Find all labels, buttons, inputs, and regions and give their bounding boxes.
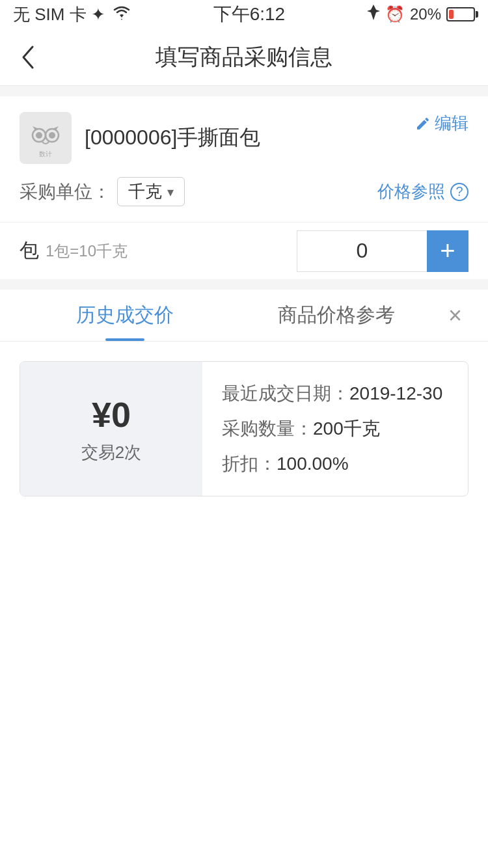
recent-date-row: 最近成交日期： 2019-12-30 xyxy=(222,381,448,406)
tabs-header: 历史成交价 商品价格参考 × xyxy=(0,290,488,342)
discount-value: 100.00% xyxy=(277,454,349,474)
price-left-panel: ¥0 交易2次 xyxy=(20,362,202,496)
page-title: 填写商品采购信息 xyxy=(156,42,332,72)
tab-price-ref-label: 商品价格参考 xyxy=(278,302,395,329)
tab-content: ¥0 交易2次 最近成交日期： 2019-12-30 采购数量： 200千克 折… xyxy=(0,342,488,516)
close-button[interactable]: × xyxy=(442,295,468,336)
qty-conversion: 1包=10千克 xyxy=(46,241,128,262)
status-right: ⏰ 20% xyxy=(367,5,475,24)
owl-logo-icon: 数计 xyxy=(26,118,65,157)
product-left: 数计 [0000006]手撕面包 xyxy=(20,112,260,164)
location-icon xyxy=(367,5,380,24)
wifi-icon xyxy=(112,5,131,25)
currency-symbol: ¥ xyxy=(92,395,111,434)
product-section: 数计 [0000006]手撕面包 编辑 采购单位： 千克 ▾ 价格参照 ? xyxy=(0,96,488,222)
svg-point-2 xyxy=(36,132,42,139)
quantity-plus-button[interactable]: + xyxy=(427,230,468,272)
price-reference-button[interactable]: 价格参照 ? xyxy=(377,180,468,203)
battery-icon xyxy=(446,7,475,21)
battery-percent: 20% xyxy=(410,5,441,23)
status-time: 下午6:12 xyxy=(213,2,286,27)
quantity-control: + xyxy=(297,230,468,272)
price-right-panel: 最近成交日期： 2019-12-30 采购数量： 200千克 折扣： 100.0… xyxy=(202,362,468,496)
product-unit-row: 采购单位： 千克 ▾ 价格参照 ? xyxy=(20,177,468,206)
discount-row: 折扣： 100.00% xyxy=(222,452,448,476)
discount-label: 折扣： xyxy=(222,452,277,476)
tabs-section: 历史成交价 商品价格参考 × ¥0 交易2次 最近成交日期： 2019-12-3… xyxy=(0,290,488,516)
edit-icon xyxy=(415,116,431,131)
price-card: ¥0 交易2次 最近成交日期： 2019-12-30 采购数量： 200千克 折… xyxy=(20,361,468,496)
product-logo: 数计 xyxy=(20,112,72,164)
recent-date-label: 最近成交日期： xyxy=(222,381,349,406)
product-header: 数计 [0000006]手撕面包 编辑 xyxy=(20,112,468,164)
svg-point-3 xyxy=(49,132,55,139)
quantity-row: 采购数量： 200千克 xyxy=(222,416,448,441)
unit-label: 采购单位： 千克 ▾ xyxy=(20,177,185,206)
price-transactions: 交易2次 xyxy=(81,441,141,464)
battery-fill xyxy=(449,10,454,19)
tab-historical-label: 历史成交价 xyxy=(76,302,174,329)
tab-product-price-reference[interactable]: 商品价格参考 xyxy=(230,290,441,341)
quantity-info-value: 200千克 xyxy=(313,416,380,441)
tab-historical-price[interactable]: 历史成交价 xyxy=(20,290,230,341)
unit-value: 千克 xyxy=(128,180,162,203)
price-value: 0 xyxy=(111,395,131,434)
edit-label: 编辑 xyxy=(435,112,468,135)
help-icon: ? xyxy=(450,183,468,201)
tab-active-indicator xyxy=(105,338,144,341)
price-amount: ¥0 xyxy=(92,394,131,435)
edit-button[interactable]: 编辑 xyxy=(415,112,468,135)
price-ref-label: 价格参照 xyxy=(377,180,445,203)
alarm-icon: ⏰ xyxy=(385,5,405,23)
header: 填写商品采购信息 xyxy=(0,29,488,86)
quantity-input[interactable] xyxy=(297,230,427,272)
quantity-label: 包 1包=10千克 xyxy=(20,237,128,264)
product-name: [0000006]手撕面包 xyxy=(85,124,260,152)
status-left: 无 SIM 卡 ✦ xyxy=(13,3,131,26)
back-button[interactable] xyxy=(20,44,35,70)
sim-status: 无 SIM 卡 ✦ xyxy=(13,3,105,26)
bottom-area xyxy=(0,516,488,868)
status-bar: 无 SIM 卡 ✦ 下午6:12 ⏰ 20% xyxy=(0,0,488,29)
qty-unit: 包 xyxy=(20,237,39,264)
unit-label-text: 采购单位： xyxy=(20,180,111,204)
svg-text:数计: 数计 xyxy=(39,150,52,157)
quantity-section: 包 1包=10千克 + xyxy=(0,222,488,279)
dropdown-arrow-icon: ▾ xyxy=(167,184,174,200)
recent-date-value: 2019-12-30 xyxy=(349,383,442,404)
quantity-info-label: 采购数量： xyxy=(222,416,313,441)
unit-dropdown[interactable]: 千克 ▾ xyxy=(117,177,185,206)
